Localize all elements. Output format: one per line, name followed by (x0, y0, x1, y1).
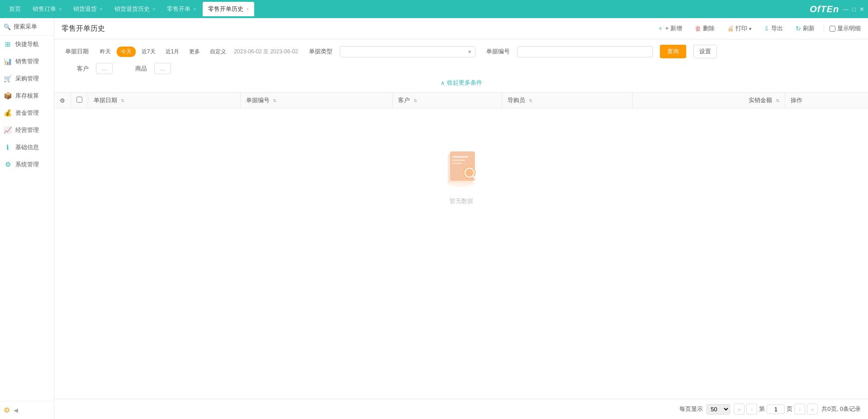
page-nav: « ‹ 第 页 › » (734, 404, 818, 414)
minimize-btn[interactable]: — (843, 6, 849, 13)
query-button[interactable]: 查询 (660, 45, 686, 58)
date-yesterday[interactable]: 昨天 (96, 47, 115, 57)
refresh-label: 刷新 (803, 24, 815, 33)
collapse-label: 收起更多条件 (447, 79, 482, 87)
sidebar-item-system[interactable]: ⚙系统管理 (0, 156, 54, 173)
date-today[interactable]: 今天 (117, 47, 136, 57)
tab-sales-return-history[interactable]: 销货退货历史× (109, 2, 161, 16)
th-date[interactable]: 单据日期 ⇅ (88, 93, 241, 108)
goods-label: 商品 (120, 65, 147, 73)
tab-list: 首页销售订单×销货退货×销货退货历史×零售开单×零售开单历史× (4, 2, 254, 16)
settings-icon[interactable]: ⚙ (4, 406, 10, 414)
sidebar-label-inventory: 库存核算 (15, 92, 39, 100)
sidebar-label-sales-mgmt: 销售管理 (15, 57, 39, 66)
sidebar-item-finance[interactable]: 💰资金管理 (0, 104, 54, 122)
th-salesperson[interactable]: 导购员 ⇅ (502, 93, 633, 108)
sidebar-icon-purchase-mgmt: 🛒 (4, 75, 12, 83)
customer-label: 客户 (62, 65, 89, 73)
tab-retail-open-history[interactable]: 零售开单历史× (203, 2, 254, 16)
tab-sales-order[interactable]: 销售订单× (27, 2, 67, 16)
filter-row-1: 单据日期 昨天 今天 近7天 近1月 更多 自定义 2023-06-02 至 2… (62, 45, 861, 58)
add-button[interactable]: ＋ + 新增 (654, 23, 686, 34)
date-custom[interactable]: 自定义 (206, 47, 230, 57)
empty-text: 暂无数据 (450, 197, 473, 205)
th-no[interactable]: 单据编号 ⇅ (240, 93, 393, 108)
page-size-label: 每页显示 (679, 405, 703, 413)
page-label-pre: 第 (759, 405, 765, 413)
th-gear[interactable]: ⚙ (54, 93, 71, 108)
show-detail-label: 显示明细 (837, 24, 861, 33)
last-page-btn[interactable]: » (807, 404, 818, 414)
th-action: 操作 (785, 93, 868, 108)
page-title: 零售开单历史 (62, 24, 105, 33)
tab-close-sales-return[interactable]: × (100, 6, 102, 12)
doc-no-input[interactable] (517, 46, 653, 57)
tab-close-sales-order[interactable]: × (59, 6, 62, 12)
page-input[interactable] (767, 405, 785, 414)
data-table: ⚙ 单据日期 ⇅ 单据编号 ⇅ 客户 ⇅ 导购员 ⇅ 实销金额 ⇅ 操作 (54, 93, 868, 108)
first-page-btn[interactable]: « (734, 404, 745, 414)
sidebar-icon-finance: 💰 (4, 109, 12, 117)
toolbar-divider (824, 25, 824, 32)
delete-button[interactable]: 🗑 删除 (691, 23, 718, 34)
empty-icon (439, 145, 484, 190)
tab-close-retail-open[interactable]: × (193, 6, 196, 12)
page-label-post: 页 (787, 405, 792, 413)
sidebar-bottom: ⚙ ◀ (0, 401, 54, 419)
collapse-button[interactable]: ∧ 收起更多条件 (441, 79, 482, 87)
next-page-btn[interactable]: › (794, 404, 805, 414)
show-detail-checkbox[interactable]: 显示明细 (830, 24, 861, 33)
refresh-button[interactable]: ↻ 刷新 (792, 23, 818, 34)
sidebar-item-inventory[interactable]: 📦库存核算 (0, 87, 54, 104)
show-detail-input[interactable] (830, 26, 835, 32)
filter-row-2: 客户 ... 商品 ... (62, 63, 861, 74)
date-1month[interactable]: 近1月 (161, 47, 184, 57)
tab-bar: 首页销售订单×销货退货×销货退货历史×零售开单×零售开单历史× OfTEn — … (0, 0, 868, 18)
sidebar-item-sales-mgmt[interactable]: 📊销售管理 (0, 53, 54, 70)
sidebar-icon-system: ⚙ (4, 160, 12, 169)
sidebar-icon-sales-mgmt: 📊 (4, 57, 12, 66)
sidebar-item-quick-nav[interactable]: ⊞快捷导航 (0, 36, 54, 53)
close-btn[interactable]: ✕ (859, 6, 864, 13)
sidebar-search[interactable]: 🔍 搜索采单 (0, 18, 54, 36)
export-label: 导出 (771, 24, 783, 33)
page-size-select[interactable]: 50 10 20 100 (707, 404, 730, 414)
filter-settings-button[interactable]: 设置 (693, 45, 717, 58)
sidebar-item-purchase-mgmt[interactable]: 🛒采购管理 (0, 70, 54, 87)
tab-home[interactable]: 首页 (4, 2, 26, 16)
tab-sales-return[interactable]: 销货退货× (68, 2, 108, 16)
sidebar-icon-inventory: 📦 (4, 92, 12, 100)
sort-date-icon: ⇅ (121, 98, 124, 103)
add-icon: ＋ (657, 24, 664, 33)
print-button[interactable]: 🖨 打印 ▾ (724, 23, 755, 34)
tab-close-sales-return-history[interactable]: × (152, 6, 155, 12)
sort-customer-icon: ⇅ (413, 98, 417, 103)
sidebar-item-operations[interactable]: 📈经营管理 (0, 122, 54, 139)
date-more[interactable]: 更多 (185, 47, 204, 57)
doc-type-select[interactable]: ▾ (340, 46, 475, 57)
export-button[interactable]: ⇩ 导出 (760, 23, 787, 34)
sidebar-label-basic-info: 基础信息 (15, 143, 39, 151)
tab-close-retail-open-history[interactable]: × (246, 6, 249, 12)
th-checkbox[interactable] (71, 93, 88, 108)
date-7days[interactable]: 近7天 (138, 47, 160, 57)
sidebar-label-purchase-mgmt: 采购管理 (15, 75, 39, 83)
tab-retail-open[interactable]: 零售开单× (161, 2, 201, 16)
sidebar-label-system: 系统管理 (15, 160, 39, 169)
customer-input[interactable]: ... (96, 63, 113, 74)
sort-no-icon: ⇅ (273, 98, 276, 103)
sidebar-label-finance: 资金管理 (15, 109, 39, 117)
select-all-checkbox[interactable] (76, 97, 82, 103)
collapse-icon: ∧ (441, 80, 445, 86)
maximize-btn[interactable]: □ (852, 6, 856, 13)
doc-type-label: 单据类型 (305, 47, 332, 56)
prev-page-btn[interactable]: ‹ (746, 404, 757, 414)
sort-amount-icon: ⇅ (776, 98, 779, 103)
goods-input[interactable]: ... (154, 63, 171, 74)
print-dropdown-icon: ▾ (749, 26, 751, 31)
delete-icon: 🗑 (695, 25, 701, 32)
th-customer[interactable]: 客户 ⇅ (393, 93, 502, 108)
sidebar-item-basic-info[interactable]: ℹ基础信息 (0, 139, 54, 156)
svg-rect-5 (452, 163, 462, 164)
collapse-sidebar-icon[interactable]: ◀ (14, 407, 18, 414)
